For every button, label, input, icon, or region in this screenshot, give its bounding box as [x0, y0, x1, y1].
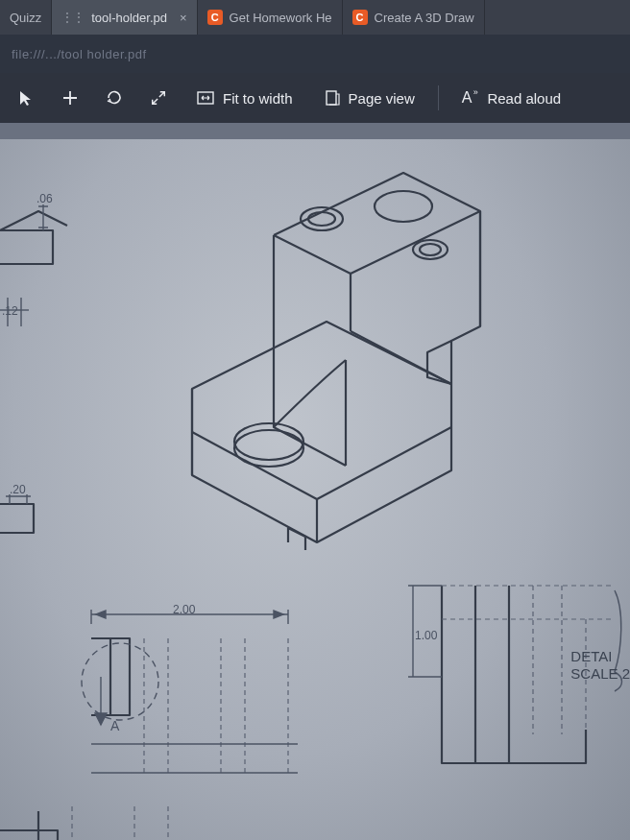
page-view-button[interactable]: Page view	[310, 78, 428, 118]
tab-tool-holder[interactable]: ⋮⋮ tool-holder.pd ×	[52, 0, 197, 35]
detail-line2: SCALE 2	[570, 665, 630, 683]
tab-label: Quizz	[10, 11, 41, 25]
read-aloud-icon: A»	[462, 89, 472, 107]
tab-chegg-homework[interactable]: C Get Homework He	[198, 0, 343, 35]
read-aloud-button[interactable]: A» Read aloud	[448, 78, 574, 118]
svg-rect-1	[327, 91, 336, 105]
dim-100: 1.00	[415, 629, 437, 642]
fit-width-icon	[196, 90, 215, 106]
dim-20: .20	[10, 483, 26, 496]
plus-icon	[61, 88, 80, 108]
rotate-icon	[105, 88, 124, 108]
svg-point-4	[375, 191, 432, 222]
rotate-button[interactable]	[94, 78, 134, 118]
url-bar[interactable]: file:///.../tool holder.pdf	[0, 35, 630, 73]
expand-button[interactable]	[138, 78, 179, 118]
expand-icon	[150, 89, 167, 107]
fit-width-button[interactable]: Fit to width	[182, 78, 306, 118]
svg-point-7	[234, 423, 303, 460]
page-view-label: Page view	[349, 90, 415, 107]
chegg-icon: C	[352, 10, 368, 25]
close-icon[interactable]: ×	[180, 11, 187, 25]
cursor-button[interactable]	[6, 78, 46, 118]
pdf-page[interactable]: .06 .12 .20 2.00 1.00 A DETAI SCALE 2	[0, 139, 630, 840]
add-button[interactable]	[50, 78, 90, 118]
dim-12: .12	[2, 304, 18, 318]
url-text: file:///.../tool holder.pdf	[12, 47, 147, 61]
detail-line1: DETAI	[570, 648, 630, 665]
tab-quizz[interactable]: Quizz	[0, 0, 52, 35]
tab-label: Create A 3D Draw	[375, 11, 474, 25]
chegg-icon: C	[207, 10, 223, 25]
file-icon: ⋮⋮	[61, 11, 85, 24]
dim-200: 2.00	[173, 603, 195, 616]
svg-point-6	[420, 244, 441, 255]
letter-a: A	[110, 718, 119, 733]
svg-point-8	[234, 430, 303, 467]
page-view-icon	[324, 89, 341, 107]
drawing-sheet: .06 .12 .20 2.00 1.00 A DETAI SCALE 2	[0, 139, 630, 840]
cursor-icon	[16, 88, 36, 108]
dim-06: .06	[36, 192, 53, 205]
svg-point-9	[82, 643, 158, 720]
fit-width-label: Fit to width	[223, 90, 293, 107]
toolbar-separator	[438, 85, 439, 110]
pdf-toolbar: Fit to width Page view A» Read aloud	[0, 73, 630, 123]
tab-label: tool-holder.pd	[91, 11, 167, 25]
svg-point-3	[308, 212, 335, 226]
browser-tabs: Quizz ⋮⋮ tool-holder.pd × C Get Homework…	[0, 0, 630, 35]
detail-callout: DETAI SCALE 2	[570, 648, 630, 683]
tab-label: Get Homework He	[230, 11, 332, 25]
drawing-svg	[0, 139, 630, 840]
tab-chegg-create3d[interactable]: C Create A 3D Draw	[343, 0, 485, 35]
read-aloud-label: Read aloud	[487, 90, 561, 107]
